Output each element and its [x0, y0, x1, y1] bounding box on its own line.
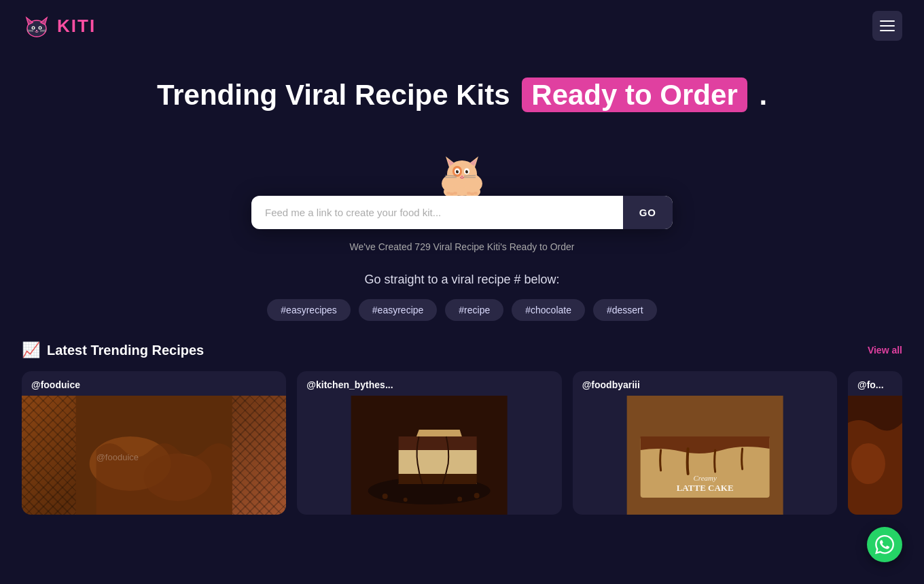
svg-text:LATTE CAKE: LATTE CAKE	[676, 483, 733, 493]
hashtag-chocolate[interactable]: #chocolate	[512, 299, 585, 321]
svg-text:Creamy: Creamy	[693, 474, 717, 482]
stats-text: We've Created 729 Viral Recipe Kiti's Re…	[0, 241, 924, 252]
card-image-1: @fooduice	[22, 396, 286, 515]
hero-title-start: Trending Viral Recipe Kits	[157, 79, 510, 111]
recipe-subtitle: Go straight to a viral recipe # below:	[0, 273, 924, 287]
svg-point-50	[474, 493, 480, 498]
hashtag-recipe[interactable]: #recipe	[445, 299, 503, 321]
svg-point-36	[453, 192, 457, 194]
card-image-3: Creamy LATTE CAKE	[573, 396, 837, 515]
recipe-card-3[interactable]: @foodbyariii Creamy LATTE CAKE	[573, 371, 837, 515]
svg-point-25	[457, 170, 458, 171]
hero-title-end: .	[759, 79, 767, 111]
card-image-2	[297, 396, 561, 515]
logo-text: KITI	[57, 16, 96, 37]
hashtag-easyrecipe[interactable]: #easyrecipe	[359, 299, 438, 321]
svg-point-7	[33, 27, 34, 29]
svg-point-9	[36, 30, 37, 31]
hashtag-dessert[interactable]: #dessert	[593, 299, 657, 321]
card-username-1: @fooduice	[22, 371, 286, 396]
search-bar: GO	[251, 196, 673, 229]
svg-point-26	[467, 170, 467, 171]
menu-line-2	[880, 25, 895, 27]
card-username-2: @kitchen_bythes...	[297, 371, 561, 396]
trending-header: 📈 Latest Trending Recipes View all	[22, 341, 902, 359]
card-image-4	[848, 396, 902, 515]
menu-line-1	[880, 20, 895, 22]
header: KITI	[0, 0, 924, 52]
svg-point-39	[474, 192, 478, 194]
cat-mascot	[431, 141, 493, 196]
svg-point-47	[383, 494, 388, 499]
hashtag-row: #easyrecipes #easyrecipe #recipe #chocol…	[0, 299, 924, 321]
logo-icon	[22, 11, 52, 41]
hashtag-easyrecipes[interactable]: #easyrecipes	[267, 299, 351, 321]
svg-point-56	[851, 443, 885, 484]
search-input[interactable]	[251, 196, 623, 229]
whatsapp-fab[interactable]	[867, 527, 902, 562]
menu-button[interactable]	[872, 11, 902, 41]
hero-section: Trending Viral Recipe Kits Ready to Orde…	[0, 52, 924, 125]
trending-icon: 📈	[22, 341, 40, 359]
logo[interactable]: KITI	[22, 11, 96, 41]
view-all-link[interactable]: View all	[868, 345, 902, 356]
card-username-3: @foodbyariii	[573, 371, 837, 396]
cards-row: @fooduice @fooduice @kitchen_bythes...	[22, 371, 902, 515]
hero-title-highlight: Ready to Order	[522, 78, 747, 112]
trending-section: 📈 Latest Trending Recipes View all @food…	[0, 321, 924, 528]
recipe-section: Go straight to a viral recipe # below: #…	[0, 273, 924, 321]
svg-point-49	[457, 497, 462, 502]
hero-title: Trending Viral Recipe Kits Ready to Orde…	[14, 79, 910, 111]
go-button[interactable]: GO	[623, 196, 673, 229]
trending-header-left: 📈 Latest Trending Recipes	[22, 341, 204, 359]
menu-line-3	[880, 30, 895, 31]
recipe-card-4[interactable]: @fo...	[848, 371, 902, 515]
recipe-card-1[interactable]: @fooduice @fooduice	[22, 371, 286, 515]
trending-title: Latest Trending Recipes	[47, 343, 204, 358]
svg-text:@fooduice: @fooduice	[96, 452, 139, 462]
whatsapp-icon	[875, 535, 894, 554]
cat-mascot-svg	[431, 141, 493, 196]
recipe-card-2[interactable]: @kitchen_bythes...	[297, 371, 561, 515]
svg-point-8	[39, 27, 41, 29]
card-username-4: @fo...	[848, 371, 902, 396]
svg-point-48	[404, 498, 408, 502]
cat-mascot-area	[0, 141, 924, 196]
search-container: GO	[0, 196, 924, 229]
